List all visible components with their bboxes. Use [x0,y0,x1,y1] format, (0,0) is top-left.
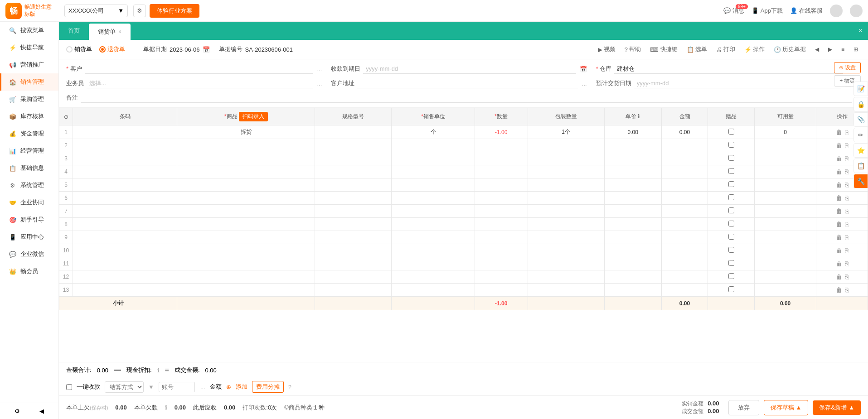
row-amount[interactable] [661,192,708,205]
abandon-button[interactable]: 放弃 [728,400,759,415]
account-input[interactable] [159,382,195,392]
row-unit-price[interactable] [604,284,661,297]
row-unit-price[interactable] [604,152,661,165]
row-unit-price[interactable] [604,178,661,192]
row-barcode[interactable] [73,231,177,244]
row-spec[interactable] [315,165,392,178]
row-amount[interactable] [661,257,708,270]
row-product[interactable] [177,165,315,178]
sidebar-item-inventory[interactable]: 📦 库存核算 [0,108,58,125]
expected-delivery-input[interactable] [634,78,841,88]
sidebar-item-system[interactable]: ⚙ 系统管理 [0,177,58,194]
row-product[interactable] [177,244,315,257]
row-spec[interactable] [315,218,392,231]
row-amount[interactable] [661,270,708,284]
row-pkg-qty[interactable] [528,257,604,270]
row-gift[interactable] [708,152,755,165]
row-gift[interactable] [708,270,755,284]
row-quantity[interactable] [475,284,528,297]
row-pkg-qty[interactable] [528,231,604,244]
float-btn-note[interactable]: 📝 [853,82,868,96]
row-pkg-qty[interactable] [528,284,604,297]
row-product[interactable] [177,178,315,192]
row-copy-icon[interactable]: ⎘ [845,142,849,149]
row-unit[interactable] [392,192,475,205]
row-amount[interactable] [661,284,708,297]
row-barcode[interactable] [73,165,177,178]
row-spec[interactable] [315,178,392,192]
message-btn[interactable]: 💬 消息 99+ [723,7,744,15]
sidebar-item-marketing[interactable]: 📢 营销推广 [0,56,58,73]
toolbar-history[interactable]: 🕐 历史单据 [771,44,809,54]
toolbar-list-view[interactable]: ≡ [839,45,847,53]
account-ellipsis[interactable]: ... [200,384,205,390]
row-product[interactable] [177,270,315,284]
row-copy-icon[interactable]: ⎘ [845,168,849,175]
one-click-payment-checkbox[interactable] [66,384,72,390]
row-amount[interactable] [661,231,708,244]
row-spec[interactable] [315,270,392,284]
row-gift[interactable] [708,257,755,270]
customer-addr-input[interactable] [357,78,578,88]
float-btn-lock[interactable]: 🔒 [853,97,868,111]
row-quantity[interactable] [475,244,528,257]
row-unit[interactable] [392,165,475,178]
row-quantity[interactable]: -1.00 [475,125,528,139]
row-barcode[interactable] [73,205,177,218]
row-pkg-qty[interactable] [528,165,604,178]
row-delete-icon[interactable]: 🗑 [836,260,842,267]
row-pkg-qty[interactable]: 1个 [528,125,604,139]
row-spec[interactable] [315,257,392,270]
sidebar-settings-icon[interactable]: ⚙ [15,408,20,414]
scan-button[interactable]: 扫码录入 [239,112,268,121]
row-delete-icon[interactable]: 🗑 [836,273,842,280]
sidebar-item-member[interactable]: 👑 畅会员 [0,263,58,280]
row-copy-icon[interactable]: ⎘ [845,247,849,254]
row-unit-price[interactable] [604,257,661,270]
toolbar-operation[interactable]: ⚡ 操作 [742,44,767,54]
row-spec[interactable] [315,284,392,297]
sidebar-item-finance[interactable]: 💰 资金管理 [0,125,58,142]
row-delete-icon[interactable]: 🗑 [836,181,842,188]
row-gift[interactable] [708,139,755,152]
settings-icon[interactable]: ⚙ [133,5,146,17]
row-barcode[interactable] [73,257,177,270]
row-product[interactable] [177,205,315,218]
remarks-input[interactable] [81,93,852,103]
row-amount[interactable] [661,139,708,152]
row-amount[interactable] [661,205,708,218]
sidebar-item-wechat[interactable]: 💬 企业微信 [0,246,58,263]
row-pkg-qty[interactable] [528,218,604,231]
float-btn-attach[interactable]: 📎 [853,112,868,127]
row-delete-icon[interactable]: 🗑 [836,286,842,294]
online-service-btn[interactable]: 👤 在线客服 [790,7,823,15]
row-delete-icon[interactable]: 🗑 [836,207,842,215]
row-copy-icon[interactable]: ⎘ [845,260,849,267]
row-unit[interactable] [392,244,475,257]
row-quantity[interactable] [475,231,528,244]
float-btn-star[interactable]: ⭐ [853,143,868,158]
sidebar-item-search[interactable]: 🔍 搜索菜单 [0,22,58,39]
row-quantity[interactable] [475,152,528,165]
row-barcode[interactable] [73,270,177,284]
sidebar-item-purchase[interactable]: 🛒 采购管理 [0,91,58,108]
row-unit-price[interactable] [604,270,661,284]
row-delete-icon[interactable]: 🗑 [836,194,842,202]
row-unit[interactable] [392,152,475,165]
calendar-icon[interactable]: 📅 [203,46,210,53]
row-copy-icon[interactable]: ⎘ [845,129,849,136]
row-unit[interactable] [392,257,475,270]
row-pkg-qty[interactable] [528,178,604,192]
row-barcode[interactable] [73,125,177,139]
row-unit[interactable]: 个 [392,125,475,139]
add-label[interactable]: 添加 [236,383,247,391]
row-unit-price[interactable] [604,165,661,178]
row-barcode[interactable] [73,139,177,152]
row-gift[interactable] [708,178,755,192]
sidebar-collapse-icon[interactable]: ◀ [39,408,44,414]
row-pkg-qty[interactable] [528,192,604,205]
float-btn-edit[interactable]: ✏ [853,128,868,142]
row-spec[interactable] [315,152,392,165]
row-product[interactable] [177,192,315,205]
row-copy-icon[interactable]: ⎘ [845,286,849,294]
